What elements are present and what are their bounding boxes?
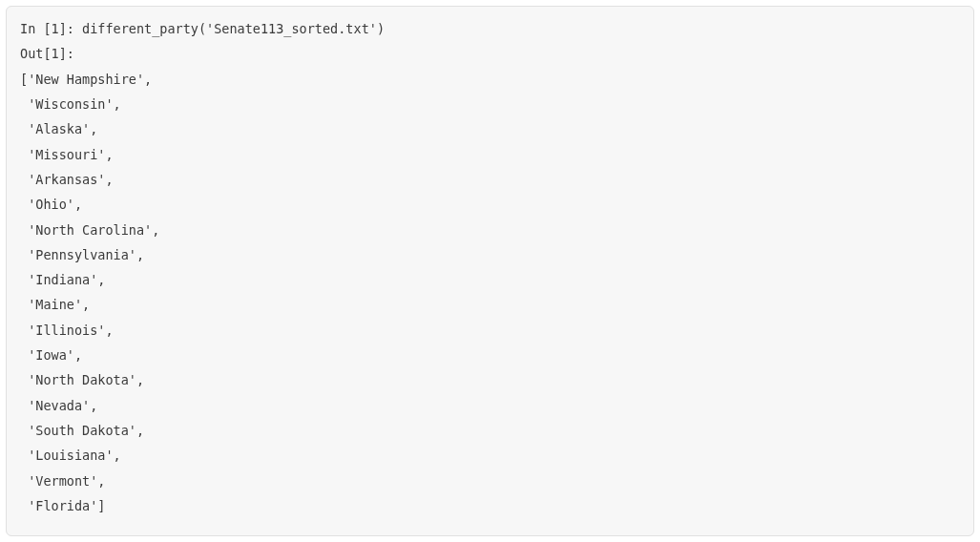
code-call: different_party('Senate113_sorted.txt'): [82, 21, 385, 36]
result-list: ['New Hampshire', 'Wisconsin', 'Alaska',…: [20, 72, 159, 513]
out-prompt: Out[1]:: [20, 46, 74, 61]
in-prompt: In [1]:: [20, 21, 82, 36]
code-output-block: In [1]: different_party('Senate113_sorte…: [6, 6, 974, 536]
